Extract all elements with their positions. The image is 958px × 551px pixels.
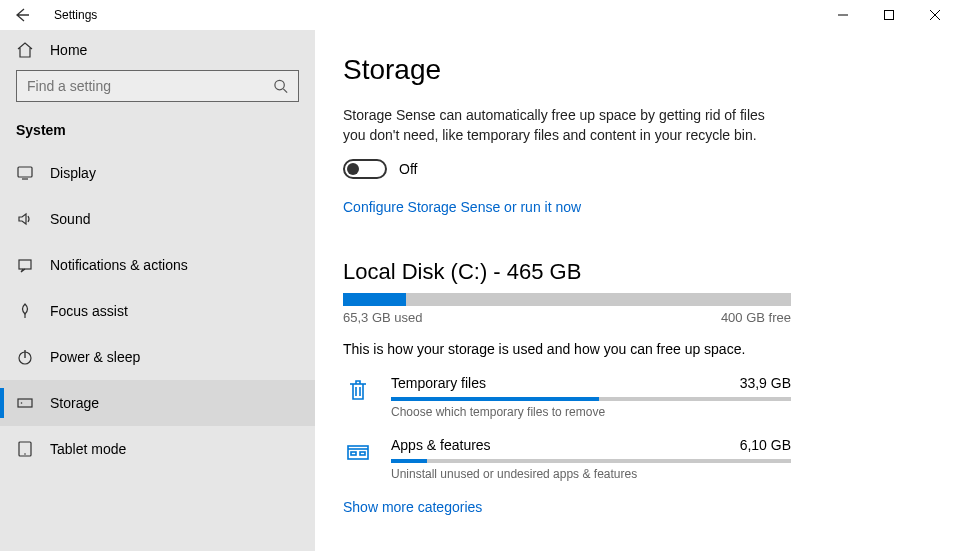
- sidebar-item-storage[interactable]: Storage: [0, 380, 315, 426]
- close-button[interactable]: [912, 0, 958, 30]
- titlebar: Settings: [0, 0, 958, 30]
- storage-icon: [16, 394, 34, 412]
- svg-rect-19: [351, 452, 356, 455]
- focus-icon: [16, 302, 34, 320]
- svg-point-4: [275, 80, 284, 89]
- sidebar-nav: DisplaySoundNotifications & actionsFocus…: [0, 150, 315, 472]
- svg-rect-6: [18, 167, 32, 177]
- minimize-button[interactable]: [820, 0, 866, 30]
- storage-category[interactable]: Temporary files33,9 GBChoose which tempo…: [343, 375, 791, 419]
- disk-usage-bar: [343, 293, 791, 306]
- maximize-icon: [884, 10, 894, 20]
- display-icon: [16, 164, 34, 182]
- window-title: Settings: [54, 8, 97, 22]
- sidebar-item-focus[interactable]: Focus assist: [0, 288, 315, 334]
- category-name: Temporary files: [391, 375, 486, 391]
- nav-item-label: Storage: [50, 395, 99, 411]
- sound-icon: [16, 210, 34, 228]
- svg-rect-20: [360, 452, 365, 455]
- maximize-button[interactable]: [866, 0, 912, 30]
- back-arrow-icon: [14, 7, 30, 23]
- nav-item-label: Sound: [50, 211, 90, 227]
- configure-storage-sense-link[interactable]: Configure Storage Sense or run it now: [343, 199, 930, 215]
- trash-icon: [343, 375, 373, 419]
- sidebar-item-display[interactable]: Display: [0, 150, 315, 196]
- sidebar-item-tablet[interactable]: Tablet mode: [0, 426, 315, 472]
- back-button[interactable]: [0, 0, 44, 30]
- svg-line-5: [283, 89, 287, 93]
- sidebar-item-sound[interactable]: Sound: [0, 196, 315, 242]
- usage-description: This is how your storage is used and how…: [343, 341, 930, 357]
- sidebar-item-notifications[interactable]: Notifications & actions: [0, 242, 315, 288]
- category-hint: Uninstall unused or undesired apps & fea…: [391, 467, 791, 481]
- nav-item-label: Display: [50, 165, 96, 181]
- disk-used-label: 65,3 GB used: [343, 310, 423, 325]
- svg-rect-1: [885, 11, 894, 20]
- home-label: Home: [50, 42, 87, 58]
- main-content: Storage Storage Sense can automatically …: [315, 30, 958, 551]
- page-title: Storage: [343, 54, 930, 86]
- category-name: Apps & features: [391, 437, 491, 453]
- nav-item-label: Focus assist: [50, 303, 128, 319]
- tablet-icon: [16, 440, 34, 458]
- home-icon: [16, 41, 34, 59]
- notifications-icon: [16, 256, 34, 274]
- search-icon: [273, 78, 288, 94]
- apps-icon: [343, 437, 373, 481]
- search-field[interactable]: [27, 78, 273, 94]
- minimize-icon: [838, 10, 848, 20]
- svg-rect-12: [18, 399, 32, 407]
- category-bar: [391, 397, 791, 401]
- sidebar: Home System DisplaySoundNotifications & …: [0, 30, 315, 551]
- category-bar: [391, 459, 791, 463]
- svg-rect-8: [19, 260, 31, 269]
- disk-free-label: 400 GB free: [721, 310, 791, 325]
- caption-buttons: [820, 0, 958, 30]
- nav-item-label: Power & sleep: [50, 349, 140, 365]
- svg-point-13: [21, 402, 23, 404]
- sidebar-item-power[interactable]: Power & sleep: [0, 334, 315, 380]
- storage-category[interactable]: Apps & features6,10 GBUninstall unused o…: [343, 437, 791, 481]
- storage-sense-toggle[interactable]: [343, 159, 387, 179]
- category-hint: Choose which temporary files to remove: [391, 405, 791, 419]
- power-icon: [16, 348, 34, 366]
- search-input[interactable]: [16, 70, 299, 102]
- sidebar-item-home[interactable]: Home: [0, 30, 315, 70]
- show-more-categories-link[interactable]: Show more categories: [343, 499, 930, 515]
- category-size: 6,10 GB: [740, 437, 791, 453]
- storage-sense-description: Storage Sense can automatically free up …: [343, 106, 773, 145]
- category-size: 33,9 GB: [740, 375, 791, 391]
- section-label: System: [0, 112, 315, 150]
- toggle-state-label: Off: [399, 161, 417, 177]
- nav-item-label: Notifications & actions: [50, 257, 188, 273]
- svg-point-15: [24, 453, 26, 455]
- disk-title: Local Disk (C:) - 465 GB: [343, 259, 930, 285]
- nav-item-label: Tablet mode: [50, 441, 126, 457]
- close-icon: [930, 10, 940, 20]
